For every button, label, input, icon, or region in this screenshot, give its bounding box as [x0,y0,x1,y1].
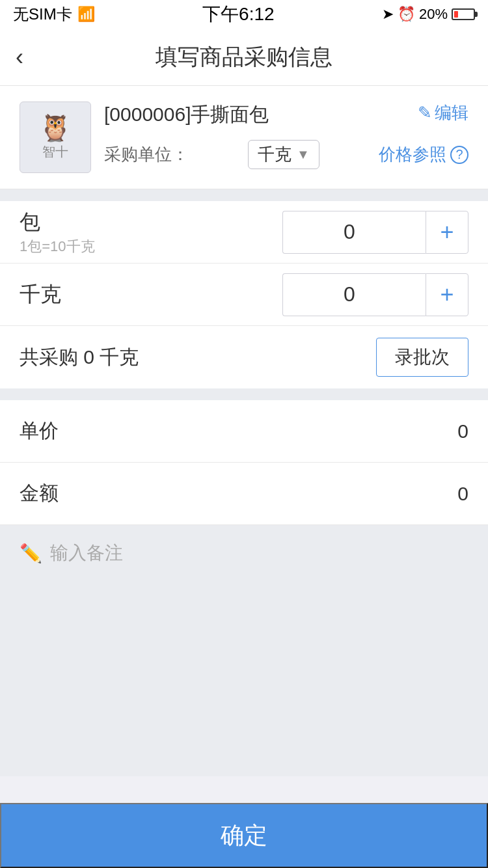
bao-plus-button[interactable]: + [426,211,468,254]
unit-price-label: 单价 [20,418,59,444]
bao-label-group: 包 1包=10千克 [20,208,111,256]
location-icon: ➤ [382,6,394,23]
bao-sub-label: 1包=10千克 [20,237,111,256]
product-card: 🦉 智十 [0000006]手撕面包 ✎ 编辑 采购单位： 千克 ▼ 价格参照 … [0,86,488,189]
kilogram-label-group: 千克 [20,280,111,309]
input-section: 包 1包=10千克 + 千克 + 共采购 0 千克 录批次 [0,201,488,388]
amount-label: 金额 [20,480,59,507]
status-right: ➤ ⏰ 20% [382,6,475,23]
amount-value: 0 [457,483,468,505]
divider-top [0,189,488,201]
remark-placeholder: 输入备注 [50,541,123,565]
purchase-unit-row: 采购单位： 千克 ▼ 价格参照 ? [104,140,468,169]
header: ‹ 填写商品采购信息 [0,29,488,86]
unit-label: 采购单位： [104,143,189,166]
price-ref-button[interactable]: 价格参照 ? [379,143,468,166]
sim-text: 无SIM卡 [13,4,72,25]
divider-middle [0,388,488,400]
amount-row: 金额 0 [0,463,488,525]
price-section: 单价 0 金额 0 [0,400,488,525]
summary-text: 共采购 0 千克 [20,344,139,371]
kilogram-input-right: + [111,273,468,316]
bao-main-label: 包 [20,208,111,237]
product-logo-icon: 🦉 [39,115,72,141]
remark-section[interactable]: ✏️ 输入备注 [0,525,488,581]
status-left: 无SIM卡 📶 [13,4,95,25]
wifi-icon: 📶 [77,6,95,23]
product-name: [0000006]手撕面包 [104,102,411,128]
back-button[interactable]: ‹ [16,44,23,71]
product-logo-text: 智十 [42,143,68,161]
pencil-icon: ✏️ [20,543,42,564]
kilogram-input-row: 千克 + [0,264,488,326]
page-title: 填写商品采购信息 [156,42,332,72]
edit-button[interactable]: ✎ 编辑 [418,102,468,124]
kilogram-main-label: 千克 [20,280,111,309]
bao-input-row: 包 1包=10千克 + [0,201,488,264]
status-bar: 无SIM卡 📶 下午6:12 ➤ ⏰ 20% [0,0,488,29]
battery-percent: 20% [419,6,448,23]
summary-row: 共采购 0 千克 录批次 [0,326,488,388]
alarm-icon: ⏰ [398,6,415,23]
kilogram-plus-button[interactable]: + [426,273,468,316]
product-info: [0000006]手撕面包 ✎ 编辑 采购单位： 千克 ▼ 价格参照 ? [104,102,468,169]
product-image: 🦉 智十 [20,102,91,173]
unit-selector[interactable]: 千克 ▼ [248,140,319,169]
kilogram-quantity-input[interactable] [282,273,426,316]
help-icon: ? [450,146,468,164]
unit-value: 千克 [258,143,291,166]
status-time: 下午6:12 [202,2,275,27]
unit-price-value: 0 [457,420,468,442]
bao-quantity-input[interactable] [282,211,426,254]
batch-button[interactable]: 录批次 [376,338,468,377]
confirm-button[interactable]: 确定 [0,803,488,868]
product-name-row: [0000006]手撕面包 ✎ 编辑 [104,102,468,128]
battery-icon [452,8,475,20]
empty-area [0,581,488,776]
unit-price-row: 单价 0 [0,400,488,463]
edit-icon: ✎ [418,103,432,123]
dropdown-arrow-icon: ▼ [297,147,310,162]
bao-input-right: + [111,211,468,254]
